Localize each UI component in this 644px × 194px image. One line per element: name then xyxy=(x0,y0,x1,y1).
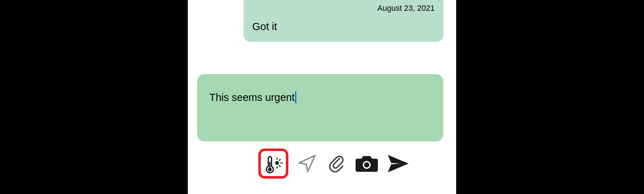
svg-rect-7 xyxy=(279,165,281,168)
location-button[interactable] xyxy=(296,153,318,174)
svg-rect-0 xyxy=(269,162,271,169)
text-cursor xyxy=(295,91,296,103)
message-text: Got it xyxy=(252,21,435,33)
compose-text-wrapper: This seems urgent xyxy=(209,91,431,103)
svg-rect-5 xyxy=(280,163,283,164)
svg-rect-4 xyxy=(277,166,278,169)
compose-text: This seems urgent xyxy=(209,92,295,103)
send-icon xyxy=(386,153,410,174)
svg-point-1 xyxy=(268,168,272,171)
send-button[interactable] xyxy=(386,153,410,174)
temperature-icon xyxy=(263,154,283,174)
svg-point-2 xyxy=(275,161,279,165)
paperclip-icon xyxy=(326,153,347,174)
compose-message-box[interactable]: This seems urgent xyxy=(197,74,443,141)
svg-point-9 xyxy=(364,162,370,168)
location-arrow-icon xyxy=(296,153,318,174)
message-date: August 23, 2021 xyxy=(252,4,435,13)
camera-button[interactable] xyxy=(355,154,379,174)
camera-icon xyxy=(355,154,379,174)
svg-rect-6 xyxy=(279,159,281,161)
chat-screen: August 23, 2021 Got it This seems urgent xyxy=(188,0,456,194)
svg-rect-3 xyxy=(277,157,278,160)
attachment-button[interactable] xyxy=(326,153,347,174)
compose-toolbar xyxy=(258,149,410,179)
received-message-bubble: August 23, 2021 Got it xyxy=(244,0,443,42)
highlighted-temperature-button[interactable] xyxy=(258,149,288,179)
